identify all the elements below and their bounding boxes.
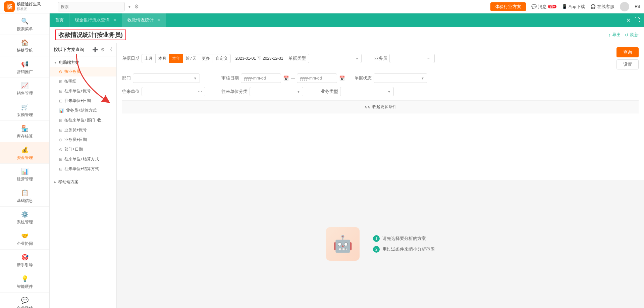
sidebar-item-guide[interactable]: 🎯 新手引导: [0, 250, 49, 271]
sidebar-item-inventory[interactable]: 🏪 库存核算: [0, 121, 49, 142]
business-type-select[interactable]: ▼: [340, 87, 394, 96]
scheme-group-desktop-header[interactable]: ▼ 电脑端方案: [50, 58, 116, 67]
date-tab-more[interactable]: 更多: [199, 54, 213, 63]
scheme-item-salesman-payment[interactable]: 📊 业务员+结算方式: [50, 106, 116, 115]
collapse-bar[interactable]: ∧∧ 收起更多条件: [122, 100, 639, 113]
audit-date-end-input[interactable]: [297, 73, 337, 83]
scheme-item-unit-account[interactable]: ⊟ 往来单位+账号: [50, 86, 116, 96]
app-download-tool[interactable]: 📱 App下载: [562, 4, 585, 10]
brand-name: 畅捷通好生意: [17, 2, 41, 7]
phone-icon: 📱: [562, 4, 567, 9]
date-tab-custom[interactable]: 自定义: [213, 54, 231, 63]
sidebar-item-smart-hw[interactable]: 💡 智能硬件: [0, 271, 49, 293]
table-icon3: ⊟: [59, 118, 62, 123]
collapse-scheme-icon[interactable]: 《: [108, 47, 112, 53]
scheme-item-salesman-date[interactable]: ⊙ 业务员+日期: [50, 135, 116, 145]
counterpart-dots-icon[interactable]: ···: [198, 89, 202, 95]
calendar-start-icon[interactable]: 📅: [283, 75, 289, 81]
sidebar-item-system[interactable]: ⚙️ 系统管理: [0, 207, 49, 228]
sidebar-item-basic-info[interactable]: 📋 基础信息: [0, 185, 49, 207]
export-label: 导出: [612, 32, 621, 38]
chevron-down-icon[interactable]: ▼: [127, 4, 131, 9]
sidebar-item-finance[interactable]: 💰 资金管理: [0, 142, 49, 164]
gear-icon[interactable]: ⚙: [134, 3, 139, 10]
audit-date-separator: —: [291, 76, 295, 81]
dept-label: 部门: [122, 75, 131, 81]
counterpart-category-select[interactable]: ▼: [250, 87, 303, 96]
sidebar-item-sales[interactable]: 📈 销售管理: [0, 78, 49, 99]
close-window-icon[interactable]: ✕: [625, 16, 632, 25]
settings-btn[interactable]: 设置: [616, 59, 639, 69]
sidebar-item-marketing[interactable]: 📢 营销推广: [0, 56, 49, 78]
export-btn[interactable]: ↑ 导出: [609, 32, 621, 38]
business-type-label: 业务类型: [321, 89, 338, 95]
tab-home[interactable]: 首页: [50, 13, 69, 27]
tab-receipt-stats-close[interactable]: ✕: [157, 18, 160, 22]
sidebar-item-purchase[interactable]: 🛒 采购管理: [0, 99, 49, 121]
basic-icon: 📋: [21, 189, 29, 197]
salesman-select[interactable]: ···: [389, 54, 435, 63]
doc-status-field: 单据状态 ▼: [354, 73, 435, 83]
tab-bar: 首页 现金银行流水查询 ✕ 收款情况统计 ✕ ✕ ⛶: [50, 13, 644, 27]
scheme-item-detail[interactable]: ⊞ 按明细: [50, 76, 116, 86]
audit-date-start-input[interactable]: [241, 73, 281, 83]
user-name: Rit: [635, 4, 640, 9]
date-tab-7days[interactable]: 近7天: [183, 54, 199, 63]
query-btn[interactable]: 查询: [616, 47, 639, 57]
sidebar-item-search[interactable]: 🔍 搜索菜单: [0, 13, 49, 35]
scheme-item-unit-payment1[interactable]: ⊞ 往来单位+结算方式: [50, 154, 116, 164]
table-icon2: ⊟: [59, 99, 62, 103]
settings-scheme-icon[interactable]: ⚙: [101, 47, 105, 52]
top-search-input[interactable]: [58, 2, 125, 11]
scheme-item-unit-payment2[interactable]: ⊟ 往来单位+结算方式: [50, 164, 116, 174]
doc-status-select[interactable]: ▼: [374, 73, 427, 83]
radio-active-icon: ⊙: [59, 69, 62, 74]
sidebar-operations-label: 经营管理: [17, 176, 33, 182]
sidebar-smart-hw-label: 智能硬件: [17, 284, 33, 290]
tip-num-2: 2: [373, 246, 380, 253]
home-icon: 🏠: [21, 39, 29, 46]
tab-receipt-stats[interactable]: 收款情况统计 ✕: [122, 13, 166, 27]
scheme-item-unit-payment2-label: 往来单位+结算方式: [64, 166, 99, 172]
maximize-icon[interactable]: ⛶: [633, 16, 641, 24]
top-header: 畅 畅捷通好生意 标准版 ▼ ⚙ 体验行业方案 💬 消息 99+ 📱 App下载…: [0, 0, 644, 13]
right-panel: 单据日期 上月 本月 本年 近7天 更多 自定义 2023-01-01: [117, 43, 644, 308]
sidebar-item-quick-nav[interactable]: 🏠 快捷导航: [0, 35, 49, 56]
industry-btn[interactable]: 体验行业方案: [490, 2, 526, 11]
ellipsis-icon[interactable]: ···: [427, 56, 431, 61]
user-avatar[interactable]: [620, 2, 629, 11]
message-label: 消息: [538, 4, 547, 10]
scheme-item-salesman-account-label: 业务员+账号: [64, 127, 87, 133]
scheme-item-unit-dept[interactable]: ⊟ 按往来单位+部门+收...: [50, 115, 116, 125]
grid-icon2: ⊞: [59, 157, 62, 162]
tab-cash-flow[interactable]: 现金银行流水查询 ✕: [69, 13, 122, 27]
counterpart-select[interactable]: ···: [142, 87, 205, 96]
date-tab-this-month[interactable]: 本月: [155, 54, 169, 63]
scheme-item-dept-date[interactable]: ⊙ 部门+日期: [50, 145, 116, 154]
sidebar-item-enterprise[interactable]: 🤝 企业协同: [0, 228, 49, 250]
message-tool[interactable]: 💬 消息 99+: [531, 4, 556, 10]
purchase-icon: 🛒: [21, 103, 29, 111]
scheme-item-by-salesman[interactable]: ⊙ 按业务员: [50, 67, 116, 76]
guide-icon: 🎯: [21, 254, 29, 261]
doc-type-select[interactable]: ▼: [308, 54, 362, 63]
calendar-end-icon[interactable]: 📅: [339, 75, 345, 81]
scheme-group-mobile-header[interactable]: ▶ 移动端方案: [50, 178, 116, 186]
counterpart-category-label: 往来单位分类: [221, 89, 248, 95]
doc-type-label: 单据类型: [288, 55, 306, 61]
scheme-item-salesman-account[interactable]: ⊟ 业务员+账号: [50, 125, 116, 135]
sidebar-item-operations[interactable]: 📊 经营管理: [0, 164, 49, 185]
date-tab-last-month[interactable]: 上月: [142, 54, 155, 63]
online-service-tool[interactable]: 🎧 在线客服: [590, 4, 614, 10]
scheme-item-unit-date[interactable]: ⊟ 往来单位+日期: [50, 96, 116, 106]
refresh-btn[interactable]: ↺ 刷新: [625, 32, 639, 38]
dept-select[interactable]: ▼: [133, 73, 200, 83]
inventory-icon: 🏪: [21, 125, 29, 132]
filter-row-1: 单据日期 上月 本月 本年 近7天 更多 自定义 2023-01-01: [122, 47, 639, 69]
sidebar-item-wechat[interactable]: 💬 企业微信: [0, 293, 49, 308]
date-tab-this-year[interactable]: 本年: [169, 54, 183, 63]
tab-cash-flow-close[interactable]: ✕: [113, 18, 116, 22]
add-scheme-icon[interactable]: ➕: [92, 47, 98, 52]
doc-type-field: 单据类型 ▼: [288, 54, 369, 63]
scheme-header: 按以下方案查询 ➕ ⚙ 《: [50, 43, 116, 56]
